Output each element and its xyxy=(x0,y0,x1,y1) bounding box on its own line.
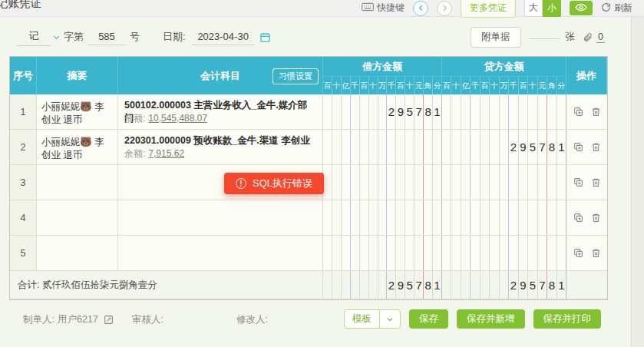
date-input[interactable]: 2023-04-30 xyxy=(192,29,255,45)
account-cell[interactable]: 500102.000003 主营业务收入_金牛.媒介部门余额:10,545,48… xyxy=(118,94,323,130)
copy-row-button[interactable] xyxy=(573,213,583,223)
digit-cell xyxy=(509,200,518,235)
digit-cell xyxy=(481,200,490,235)
balance-link[interactable]: 7,915.62 xyxy=(148,148,184,159)
account-cell[interactable]: 220301.000009 预收账款_金牛.渠道 李创业余额:7,915.62 xyxy=(118,130,323,165)
delete-row-button[interactable] xyxy=(591,107,601,117)
debit-amount-cell[interactable]: 295781 xyxy=(323,94,442,130)
summary-cell[interactable] xyxy=(37,200,118,236)
account-cell[interactable] xyxy=(118,236,323,271)
debit-amount-cell[interactable] xyxy=(323,236,442,271)
digit-cell: 5 xyxy=(528,130,537,164)
copy-row-button[interactable] xyxy=(573,142,583,152)
forward-button[interactable] xyxy=(437,1,452,16)
summary-cell[interactable] xyxy=(37,165,118,200)
digit-cell xyxy=(378,200,388,235)
credit-amount-cell[interactable]: 295781 xyxy=(442,130,566,165)
font-large-button[interactable]: 大 xyxy=(524,0,543,17)
edit-icon[interactable] xyxy=(104,315,114,325)
row-index: 3 xyxy=(10,165,37,200)
credit-amount-cell[interactable] xyxy=(442,200,566,236)
voucher-number-input[interactable]: 585 xyxy=(88,29,125,45)
digit-cell: 5 xyxy=(405,271,414,299)
digit-cell xyxy=(360,130,369,164)
digit-cell xyxy=(387,130,396,164)
calendar-icon[interactable] xyxy=(259,31,271,43)
row-index: 2 xyxy=(10,130,37,165)
digit-cell xyxy=(342,165,351,200)
more-vouchers-button[interactable]: 更多凭证 xyxy=(461,0,516,18)
digit-cell xyxy=(387,236,396,270)
account-cell[interactable] xyxy=(118,200,323,236)
shortcut-keys-button[interactable]: 快捷键 xyxy=(362,2,405,15)
paperclip-icon[interactable] xyxy=(583,32,593,42)
debit-amount-cell[interactable] xyxy=(323,200,442,236)
digit-cell xyxy=(369,94,378,129)
digit-cell xyxy=(378,94,388,129)
balance-row: 余额:7,915.62 xyxy=(124,147,184,160)
save-and-print-button[interactable]: 保存并打印 xyxy=(533,309,602,329)
digit-cell xyxy=(369,236,378,270)
keyboard-icon xyxy=(362,2,374,14)
vertical-scrollbar[interactable] xyxy=(631,17,644,347)
digit-cell xyxy=(557,200,566,235)
digit-cell xyxy=(490,165,499,200)
creator-info: 制单人: 用户6217 xyxy=(23,313,114,326)
credit-amount-cell[interactable] xyxy=(442,236,566,271)
digit-cell xyxy=(471,200,480,235)
digit-cell xyxy=(396,200,405,235)
delete-row-button[interactable] xyxy=(591,177,601,187)
template-label: 模板 xyxy=(345,312,379,326)
attachment-button[interactable]: 附单据 xyxy=(471,27,521,48)
balance-link[interactable]: 10,545,488.07 xyxy=(148,113,207,124)
digit-cell xyxy=(490,200,499,235)
digit-cell xyxy=(396,236,405,270)
summary-cell[interactable]: 小丽妮妮🐻 李创业 退币 xyxy=(37,130,118,165)
habit-settings-button[interactable]: 习惯设置 xyxy=(272,68,319,84)
eye-icon xyxy=(575,2,587,14)
digit-cell xyxy=(405,165,414,200)
font-small-button[interactable]: 小 xyxy=(543,0,561,17)
digit-cell xyxy=(360,236,369,270)
digit-cell xyxy=(490,130,499,164)
digit-cell xyxy=(323,165,332,200)
visibility-button[interactable] xyxy=(570,1,593,15)
debit-amount-cell[interactable] xyxy=(323,130,442,165)
digit-cell xyxy=(378,165,388,200)
voucher-word-select[interactable]: 记 xyxy=(17,28,51,46)
chevron-down-icon[interactable] xyxy=(380,316,400,323)
digit-cell xyxy=(461,236,471,270)
digit-cell xyxy=(387,200,396,235)
total-debit-cell[interactable]: 295781 xyxy=(323,271,442,299)
digit-cell xyxy=(490,236,499,270)
digit-unit-label: 元 xyxy=(414,77,424,94)
attachment-count-link[interactable]: 0 xyxy=(596,31,605,43)
credit-amount-cell[interactable] xyxy=(442,165,566,200)
delete-row-button[interactable] xyxy=(591,213,601,223)
back-button[interactable] xyxy=(413,1,428,16)
refresh-button[interactable]: 刷新 xyxy=(601,2,632,15)
digit-unit-label: 千 xyxy=(387,77,396,94)
save-button[interactable]: 保存 xyxy=(409,309,448,329)
copy-row-button[interactable] xyxy=(573,177,583,187)
delete-row-button[interactable] xyxy=(591,142,601,152)
total-credit-cell[interactable]: 295781 xyxy=(442,271,566,299)
attachment-count-input[interactable] xyxy=(529,35,560,39)
debit-amount-cell[interactable] xyxy=(323,165,442,200)
balance-row: 余额:10,545,488.07 xyxy=(124,112,207,125)
arrow-right-icon xyxy=(441,2,449,15)
summary-cell[interactable]: 小丽妮妮🐻 李创业 退币 xyxy=(37,94,118,130)
digit-cell xyxy=(360,94,369,129)
save-and-add-button[interactable]: 保存并新增 xyxy=(457,309,525,329)
summary-cell[interactable] xyxy=(37,236,118,271)
digit-cell xyxy=(519,94,528,129)
digit-cell xyxy=(332,271,342,299)
copy-row-button[interactable] xyxy=(573,248,583,258)
delete-row-button[interactable] xyxy=(591,248,601,258)
digit-cell xyxy=(378,130,388,164)
chevron-down-icon[interactable] xyxy=(52,33,61,41)
digit-unit-label: 百 xyxy=(442,77,451,94)
credit-amount-cell[interactable] xyxy=(442,94,566,130)
template-button[interactable]: 模板 xyxy=(344,309,401,329)
copy-row-button[interactable] xyxy=(573,107,583,117)
